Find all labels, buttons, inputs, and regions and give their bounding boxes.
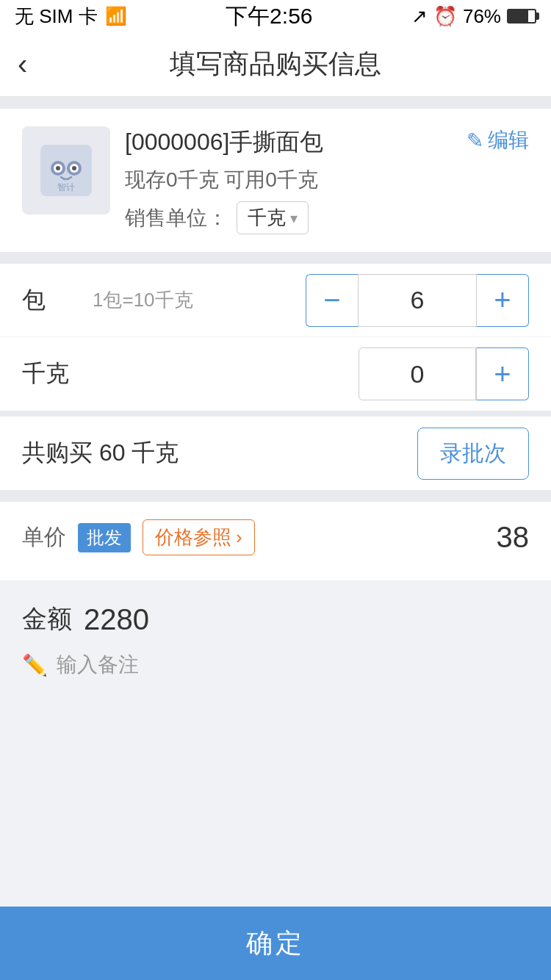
bao-input[interactable] <box>359 274 476 327</box>
battery-icon <box>507 9 536 24</box>
bao-decrement-button[interactable]: − <box>306 274 359 327</box>
confirm-button[interactable]: 确定 <box>0 907 551 980</box>
bao-label: 包 <box>22 284 81 317</box>
status-bar: 无 SIM 卡 📶 下午2:56 ↗ ⏰ 76% <box>0 0 551 32</box>
unit-value: 千克 <box>248 205 286 231</box>
pencil-icon: ✏️ <box>22 653 48 677</box>
edit-label: 编辑 <box>488 126 529 154</box>
status-left: 无 SIM 卡 📶 <box>15 4 127 29</box>
carrier-label: 无 SIM 卡 <box>15 4 98 29</box>
price-ref-button[interactable]: 价格参照 › <box>143 519 255 555</box>
bao-stepper: − + <box>306 274 529 327</box>
bao-hint: 1包=10千克 <box>93 287 306 313</box>
product-card: 智计 [0000006]手撕面包 现存0千克 可用0千克 销售单位： 千克 ▾ … <box>0 109 551 252</box>
kg-input[interactable] <box>359 347 476 400</box>
unit-label: 销售单位： <box>125 204 228 232</box>
amount-row: 金额 2280 <box>22 602 529 636</box>
price-ref-label: 价格参照 <box>155 525 231 550</box>
kg-increment-button[interactable]: + <box>476 347 529 400</box>
edit-button[interactable]: ✎ 编辑 <box>467 126 529 154</box>
amount-section: 金额 2280 ✏️ 输入备注 <box>0 580 551 693</box>
amount-label: 金额 <box>22 602 72 636</box>
svg-point-6 <box>72 166 76 170</box>
divider-top <box>0 97 551 109</box>
svg-point-5 <box>56 166 60 170</box>
alarm-icon: ⏰ <box>433 5 457 28</box>
unit-selector[interactable]: 千克 ▾ <box>237 201 309 234</box>
product-stock: 现存0千克 可用0千克 <box>125 166 529 194</box>
chevron-right-icon: › <box>236 526 242 549</box>
chevron-down-icon: ▾ <box>290 209 298 227</box>
divider-product <box>0 252 551 264</box>
back-button[interactable]: ‹ <box>18 48 27 81</box>
total-row: 共购买 60 千克 录批次 <box>0 417 551 490</box>
nav-bar: ‹ 填写商品购买信息 <box>0 32 551 97</box>
bao-row: 包 1包=10千克 − + <box>0 264 551 337</box>
svg-text:智计: 智计 <box>57 182 75 192</box>
price-section: 单价 批发 价格参照 › 38 <box>0 502 551 580</box>
price-label: 单价 <box>22 522 66 552</box>
wifi-icon: 📶 <box>105 6 127 26</box>
kg-label: 千克 <box>22 358 81 390</box>
amount-value: 2280 <box>84 603 149 636</box>
divider-form <box>0 411 551 417</box>
bao-increment-button[interactable]: + <box>476 274 529 327</box>
product-thumbnail: 智计 <box>22 126 110 215</box>
divider-total <box>0 490 551 502</box>
record-batch-button[interactable]: 录批次 <box>417 428 529 480</box>
price-tag: 批发 <box>78 523 131 552</box>
kg-row: 千克 + <box>0 337 551 411</box>
kg-stepper: + <box>359 347 529 400</box>
time-label: 下午2:56 <box>226 1 312 32</box>
location-icon: ↗ <box>411 5 428 28</box>
battery-label: 76% <box>463 5 501 28</box>
product-logo-icon: 智计 <box>40 145 92 196</box>
quantity-form: 包 1包=10千克 − + 千克 + <box>0 264 551 411</box>
status-right: ↗ ⏰ 76% <box>411 5 536 28</box>
note-placeholder[interactable]: 输入备注 <box>57 651 139 679</box>
edit-icon: ✎ <box>467 129 483 153</box>
product-unit-row: 销售单位： 千克 ▾ <box>125 201 529 234</box>
price-value: 38 <box>497 521 530 554</box>
total-label: 共购买 60 千克 <box>22 437 417 469</box>
price-row: 单价 批发 价格参照 › 38 <box>22 519 529 555</box>
page-title: 填写商品购买信息 <box>170 46 381 82</box>
note-row[interactable]: ✏️ 输入备注 <box>22 651 529 679</box>
